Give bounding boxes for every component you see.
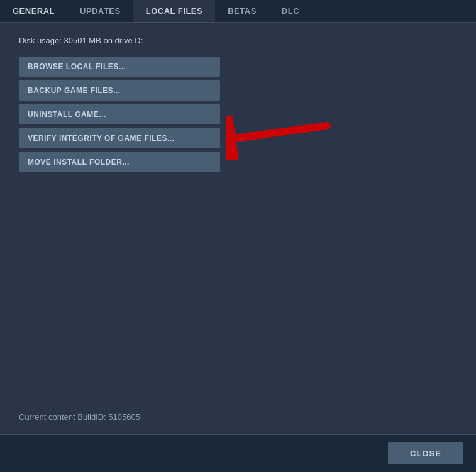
steam-properties-window: GENERAL UPDATES LOCAL FILES BETAS DLC Di… bbox=[0, 0, 476, 472]
arrow-annotation bbox=[226, 116, 333, 160]
close-button[interactable]: CLOSE bbox=[388, 442, 463, 464]
backup-game-files-button[interactable]: BACKUP GAME FILES... bbox=[19, 80, 220, 101]
disk-usage-label: Disk usage: 30501 MB on drive D: bbox=[19, 36, 457, 45]
main-content: Disk usage: 30501 MB on drive D: BROWSE … bbox=[0, 23, 476, 434]
verify-integrity-button[interactable]: VERIFY INTEGRITY OF GAME FILES... bbox=[19, 128, 220, 148]
action-buttons-section: BROWSE LOCAL FILES... BACKUP GAME FILES.… bbox=[19, 57, 220, 172]
tabs-bar: GENERAL UPDATES LOCAL FILES BETAS DLC bbox=[0, 0, 476, 23]
uninstall-game-button[interactable]: UNINSTALL GAME... bbox=[19, 104, 220, 124]
footer-bar: CLOSE bbox=[0, 434, 476, 472]
tab-updates[interactable]: UPDATES bbox=[67, 0, 133, 22]
svg-line-1 bbox=[236, 126, 327, 138]
browse-local-files-button[interactable]: BROWSE LOCAL FILES... bbox=[19, 57, 220, 77]
tab-local-files[interactable]: LOCAL FILES bbox=[133, 0, 215, 22]
tab-general[interactable]: GENERAL bbox=[0, 0, 67, 22]
build-id-label: Current content BuildID: 5105605 bbox=[19, 412, 140, 422]
tab-betas[interactable]: BETAS bbox=[215, 0, 269, 22]
move-install-folder-button[interactable]: MOVE INSTALL FOLDER... bbox=[19, 152, 220, 172]
tab-dlc[interactable]: DLC bbox=[269, 0, 312, 22]
